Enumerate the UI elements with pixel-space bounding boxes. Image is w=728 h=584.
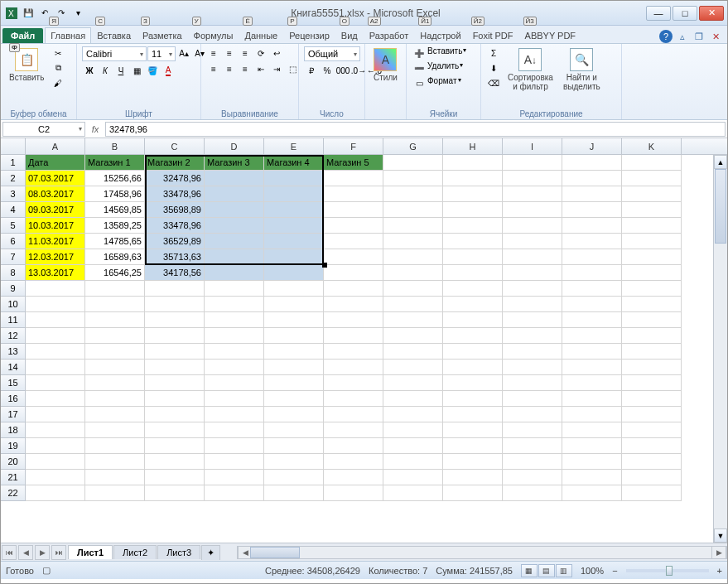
cell[interactable] bbox=[383, 485, 443, 501]
scroll-down-icon[interactable]: ▼ bbox=[714, 528, 727, 543]
cell[interactable] bbox=[85, 407, 145, 422]
cell[interactable] bbox=[443, 485, 503, 501]
macro-record-icon[interactable]: ▢ bbox=[42, 565, 51, 576]
cell[interactable]: 35698,89 bbox=[145, 202, 205, 218]
cell[interactable]: Магазин 4 bbox=[264, 155, 324, 171]
row-header[interactable]: 22 bbox=[1, 485, 26, 501]
cell[interactable] bbox=[85, 391, 145, 407]
cell[interactable] bbox=[443, 202, 503, 218]
cell[interactable]: 16589,63 bbox=[85, 249, 145, 265]
cell[interactable] bbox=[383, 438, 443, 454]
cell[interactable] bbox=[26, 375, 85, 391]
cell[interactable] bbox=[145, 375, 205, 391]
column-header-G[interactable]: G bbox=[383, 138, 443, 154]
cell[interactable]: Магазин 1 bbox=[85, 155, 145, 171]
cell[interactable] bbox=[562, 422, 622, 438]
cell[interactable] bbox=[562, 186, 622, 202]
cell[interactable] bbox=[264, 186, 324, 202]
cell[interactable] bbox=[622, 391, 682, 407]
cell[interactable] bbox=[264, 312, 324, 328]
cell[interactable]: 11.03.2017 bbox=[26, 234, 85, 249]
cell[interactable] bbox=[85, 297, 145, 312]
cell[interactable]: 36529,89 bbox=[145, 234, 205, 249]
cell[interactable] bbox=[26, 485, 85, 501]
cell[interactable] bbox=[145, 328, 205, 344]
ribbon-tab-разработ[interactable]: РазработА2 bbox=[364, 27, 414, 43]
row-header[interactable]: 16 bbox=[1, 391, 26, 407]
cell[interactable] bbox=[205, 407, 264, 422]
cell[interactable] bbox=[443, 249, 503, 265]
save-icon[interactable]: 💾 bbox=[21, 6, 36, 21]
cell[interactable] bbox=[503, 297, 562, 312]
cell[interactable] bbox=[264, 281, 324, 297]
cell[interactable] bbox=[26, 438, 85, 454]
cell[interactable] bbox=[443, 312, 503, 328]
increase-decimal-icon[interactable]: .0→ bbox=[351, 64, 366, 77]
cell[interactable] bbox=[205, 249, 264, 265]
cell[interactable] bbox=[264, 328, 324, 344]
cell[interactable] bbox=[264, 407, 324, 422]
cell[interactable] bbox=[503, 344, 562, 360]
minimize-button[interactable]: — bbox=[646, 6, 671, 21]
merge-cells-icon[interactable]: ⬚ bbox=[285, 62, 300, 75]
cell[interactable] bbox=[264, 218, 324, 234]
cell[interactable] bbox=[622, 375, 682, 391]
cell[interactable] bbox=[383, 265, 443, 281]
cell[interactable] bbox=[443, 438, 503, 454]
cell[interactable] bbox=[324, 234, 383, 249]
cell[interactable] bbox=[503, 470, 562, 485]
cell[interactable] bbox=[383, 281, 443, 297]
row-header[interactable]: 17 bbox=[1, 407, 26, 422]
cell[interactable] bbox=[503, 391, 562, 407]
row-header[interactable]: 19 bbox=[1, 438, 26, 454]
cell[interactable] bbox=[205, 202, 264, 218]
window-restore-icon[interactable]: ❐ bbox=[692, 30, 706, 43]
cell[interactable] bbox=[383, 470, 443, 485]
increase-indent-icon[interactable]: ⇥ bbox=[269, 62, 284, 75]
autosum-icon[interactable]: Σ bbox=[486, 46, 501, 60]
cell[interactable] bbox=[324, 249, 383, 265]
comma-icon[interactable]: 000 bbox=[335, 64, 350, 77]
cell[interactable] bbox=[324, 297, 383, 312]
cell[interactable] bbox=[622, 202, 682, 218]
cell[interactable] bbox=[26, 454, 85, 470]
cell[interactable] bbox=[264, 360, 324, 375]
cell[interactable] bbox=[264, 485, 324, 501]
cell[interactable] bbox=[205, 438, 264, 454]
cell[interactable] bbox=[205, 186, 264, 202]
sheet-tab-лист1[interactable]: Лист1 bbox=[68, 545, 113, 559]
cell[interactable]: 14785,65 bbox=[85, 234, 145, 249]
delete-cells-button[interactable]: ➖Удалить▾ bbox=[412, 61, 463, 75]
cell[interactable] bbox=[26, 360, 85, 375]
cell[interactable] bbox=[85, 375, 145, 391]
align-left-icon[interactable]: ≡ bbox=[206, 62, 221, 75]
row-header[interactable]: 1 bbox=[1, 155, 26, 171]
cell[interactable] bbox=[383, 202, 443, 218]
cell[interactable] bbox=[503, 375, 562, 391]
cell[interactable] bbox=[324, 360, 383, 375]
cell[interactable] bbox=[383, 155, 443, 171]
page-break-view-icon[interactable]: ▥ bbox=[556, 564, 572, 577]
cell[interactable]: 12.03.2017 bbox=[26, 249, 85, 265]
cell[interactable] bbox=[85, 312, 145, 328]
normal-view-icon[interactable]: ▦ bbox=[521, 564, 538, 577]
cell[interactable] bbox=[503, 407, 562, 422]
cell[interactable] bbox=[562, 234, 622, 249]
cell[interactable] bbox=[622, 171, 682, 186]
row-header[interactable]: 18 bbox=[1, 422, 26, 438]
cell[interactable] bbox=[324, 344, 383, 360]
cell[interactable] bbox=[205, 454, 264, 470]
cell[interactable] bbox=[443, 155, 503, 171]
ribbon-tab-данные[interactable]: ДанныеЁ bbox=[239, 27, 283, 43]
align-center-icon[interactable]: ≡ bbox=[222, 62, 237, 75]
cell[interactable] bbox=[562, 391, 622, 407]
font-size-combo[interactable]: 11 bbox=[147, 46, 176, 61]
cell[interactable] bbox=[264, 344, 324, 360]
sort-filter-button[interactable]: А↓ Сортировка и фильтр bbox=[504, 46, 557, 93]
cell[interactable] bbox=[85, 328, 145, 344]
cell[interactable] bbox=[85, 470, 145, 485]
column-header-B[interactable]: B bbox=[85, 138, 145, 154]
cell[interactable] bbox=[562, 155, 622, 171]
cell[interactable] bbox=[205, 470, 264, 485]
ribbon-tab-рецензир[interactable]: РецензирР bbox=[283, 27, 335, 43]
